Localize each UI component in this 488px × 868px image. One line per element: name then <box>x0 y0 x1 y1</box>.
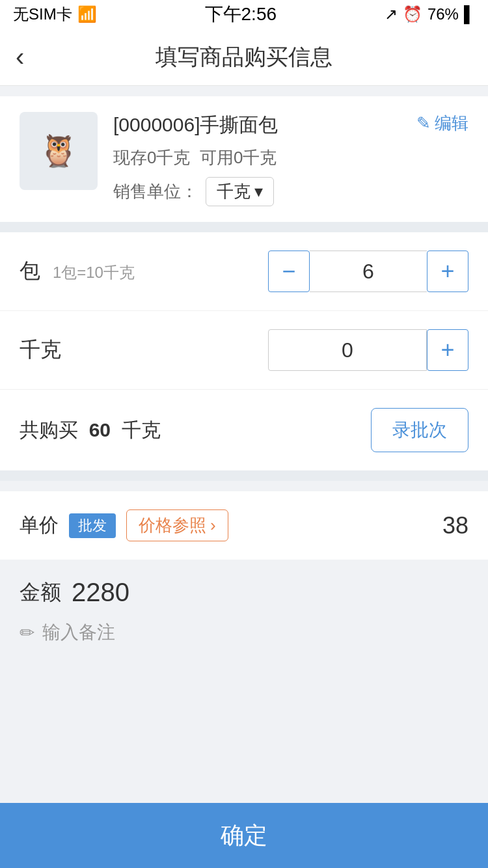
package-quantity-control: − + <box>268 251 468 292</box>
confirm-button[interactable]: 确定 <box>0 803 488 868</box>
package-label-text: 包 <box>20 259 40 282</box>
carrier-text: 无SIM卡 <box>13 4 72 25</box>
remark-text: 输入备注 <box>42 620 115 645</box>
product-id: [0000006] <box>113 114 200 135</box>
amount-section: 金额 2280 ✏ 输入备注 <box>0 560 488 658</box>
unit-label: 销售单位： <box>113 180 198 203</box>
edit-label: 编辑 <box>435 112 468 135</box>
chevron-down-icon: ▾ <box>254 182 263 202</box>
status-left: 无SIM卡 📶 <box>13 4 97 25</box>
price-label: 单价 <box>20 512 59 539</box>
product-name: [0000006]手撕面包 <box>113 112 468 139</box>
location-icon: ↗ <box>385 5 398 23</box>
kilogram-plus-button[interactable]: + <box>427 329 468 371</box>
kilogram-row: 千克 + <box>0 311 488 390</box>
page-title: 填写商品购买信息 <box>156 42 332 72</box>
unit-value: 千克 <box>217 180 251 203</box>
total-amount: 60 <box>89 419 111 441</box>
remark-row[interactable]: ✏ 输入备注 <box>20 620 468 658</box>
amount-value: 2280 <box>72 578 129 607</box>
battery-text: 76% <box>427 5 459 23</box>
product-unit-row: 销售单位： 千克 ▾ <box>113 177 468 206</box>
price-section: 单价 批发 价格参照 › 38 <box>0 491 488 560</box>
nav-bar: ‹ 填写商品购买信息 <box>0 29 488 86</box>
wifi-icon: 📶 <box>77 5 97 23</box>
divider-2 <box>0 470 488 481</box>
battery-icon: ▌ <box>464 5 475 23</box>
total-text: 共购买 60 千克 <box>20 417 161 444</box>
product-info: [0000006]手撕面包 现存0千克 可用0千克 销售单位： 千克 ▾ <box>113 112 468 206</box>
package-hint: 1包=10千克 <box>53 264 135 281</box>
product-image-icon: 🦉 <box>39 133 78 169</box>
remark-icon: ✏ <box>20 622 34 644</box>
package-row: 包 1包=10千克 − + <box>0 232 488 311</box>
product-stock: 现存0千克 可用0千克 <box>113 146 468 169</box>
alarm-icon: ⏰ <box>403 5 422 23</box>
divider-1 <box>0 222 488 232</box>
available-text: 可用0千克 <box>200 148 277 167</box>
input-section: 包 1包=10千克 − + 千克 + <box>0 232 488 390</box>
status-time: 下午2:56 <box>205 2 277 27</box>
kilogram-quantity-input[interactable] <box>268 329 427 371</box>
package-quantity-input[interactable] <box>310 251 427 292</box>
price-reference-button[interactable]: 价格参照 › <box>126 509 228 541</box>
kilogram-label: 千克 <box>20 336 268 364</box>
price-ref-label: 价格参照 <box>139 514 206 537</box>
unit-select[interactable]: 千克 ▾ <box>206 177 274 206</box>
product-title: 手撕面包 <box>200 114 278 135</box>
package-minus-button[interactable]: − <box>268 251 310 292</box>
price-value: 38 <box>442 512 468 539</box>
total-unit: 千克 <box>122 419 161 441</box>
edit-icon: ✎ <box>416 113 431 133</box>
total-row: 共购买 60 千克 录批次 <box>0 390 488 470</box>
price-tag: 批发 <box>69 513 116 538</box>
product-card: 🦉 [0000006]手撕面包 现存0千克 可用0千克 销售单位： 千克 ▾ ✎… <box>0 96 488 222</box>
package-plus-button[interactable]: + <box>427 251 468 292</box>
total-prefix: 共购买 <box>20 419 78 441</box>
edit-button[interactable]: ✎ 编辑 <box>416 112 468 135</box>
kilogram-quantity-control: + <box>268 329 468 371</box>
product-image: 🦉 <box>20 112 98 190</box>
batch-button[interactable]: 录批次 <box>371 408 468 452</box>
price-ref-arrow: › <box>210 515 216 536</box>
back-button[interactable]: ‹ <box>16 42 24 72</box>
status-right: ↗ ⏰ 76% ▌ <box>385 5 475 23</box>
amount-row: 金额 2280 <box>20 578 468 607</box>
amount-label: 金额 <box>20 578 61 607</box>
stock-text: 现存0千克 <box>113 148 190 167</box>
package-label: 包 1包=10千克 <box>20 257 268 286</box>
status-bar: 无SIM卡 📶 下午2:56 ↗ ⏰ 76% ▌ <box>0 0 488 29</box>
